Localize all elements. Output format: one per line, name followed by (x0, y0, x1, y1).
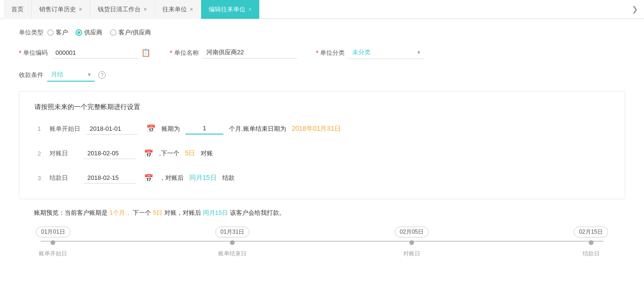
payment-terms-value: 月结 (51, 70, 84, 79)
radio-supplier-circle (76, 29, 82, 36)
payment-terms-help-icon[interactable]: ? (98, 71, 106, 79)
radio-customer-label: 客户 (56, 28, 68, 37)
tab-cashier-workbench[interactable]: 钱货日清工作台 × (90, 0, 155, 19)
row1-label: 账单开始日 (50, 125, 80, 133)
tab-home[interactable]: 首页 (4, 0, 32, 19)
timeline-node-2: 02月05日 对账日 (395, 227, 429, 258)
unit-category-group: * 单位分类 未分类 ▾ (316, 46, 424, 59)
unit-category-required: * (316, 49, 318, 57)
unit-code-required: * (19, 49, 21, 57)
tab-bar: 首页 销售订单历史 × 钱货日清工作台 × 往来单位 × 编辑往来单位 × ❯ (0, 0, 644, 19)
row3-desc-suffix: 结款 (222, 174, 235, 182)
row1-period-suffix: 个月,账单结束日期为 (229, 125, 286, 133)
node0-badge: 01月01日 (36, 227, 70, 237)
preview-section: 账期预览：当前客户账期是 1个月， 下一个 5日 对账，对账后 同月15日 该客… (19, 209, 625, 217)
tab-expand-button[interactable]: ❯ (629, 5, 640, 14)
node2-badge: 02月05日 (395, 227, 429, 237)
preview-prefix: 账期预览：当前客户账期是 (34, 209, 108, 216)
row2-date-input[interactable] (84, 148, 136, 159)
settings-section: 请按照未来的一个完整帐期进行设置 1 账单开始日 📅 账期为 个月,账单结束日期… (19, 91, 625, 199)
preview-highlight3: 同月15日 (203, 209, 228, 216)
unit-code-input[interactable] (51, 47, 138, 59)
timeline-nodes: 01月01日 账单开始日 01月31日 账单结束日 02月05日 对账日 02月… (36, 227, 608, 258)
timeline-node-1: 01月31日 账单结束日 (215, 227, 250, 258)
row2-calendar-icon[interactable]: 📅 (144, 149, 153, 158)
tab-cashier-workbench-close[interactable]: × (144, 6, 147, 13)
row-settlement: 3 结款日 📅 ，对账后 同月15日 结款 (34, 172, 610, 184)
unit-type-row: 单位类型 客户 供应商 客户/供应商 (19, 28, 625, 37)
unit-type-label: 单位类型 (19, 28, 43, 37)
row2-num: 2 (34, 150, 44, 157)
tab-trading-unit-label: 往来单位 (162, 5, 187, 14)
row1-calendar-icon[interactable]: 📅 (146, 124, 156, 133)
unit-name-input[interactable] (203, 47, 297, 59)
radio-supplier-label: 供应商 (84, 28, 102, 37)
tab-sales-history-close[interactable]: × (79, 6, 82, 13)
unit-name-required: * (169, 49, 172, 57)
unit-code-group: * 单位编码 📋 (19, 47, 151, 59)
row3-date-input[interactable] (84, 172, 136, 184)
payment-terms-label: 收款条件 (19, 71, 43, 79)
unit-type-radio-group: 客户 供应商 客户/供应商 (47, 28, 151, 37)
node2-label: 对账日 (403, 250, 420, 258)
tab-home-label: 首页 (11, 5, 24, 14)
row1-period-prefix: 账期为 (161, 125, 180, 133)
tab-edit-trading-unit-close[interactable]: × (248, 6, 252, 13)
unit-category-chevron: ▾ (417, 49, 420, 56)
radio-both[interactable]: 客户/供应商 (110, 28, 151, 37)
node0-label: 账单开始日 (39, 250, 67, 258)
radio-supplier[interactable]: 供应商 (76, 28, 102, 37)
unit-category-value: 未分类 (352, 48, 414, 57)
radio-customer-circle (47, 29, 54, 36)
node1-badge: 01月31日 (215, 227, 250, 237)
tab-sales-history-label: 销售订单历史 (39, 5, 76, 14)
row1-date-input[interactable] (86, 123, 138, 135)
radio-customer[interactable]: 客户 (47, 28, 68, 37)
preview-highlight2: 5日 (153, 209, 162, 216)
row3-desc-highlight: 同月15日 (189, 174, 217, 182)
node3-badge: 02月15日 (574, 227, 608, 237)
row3-calendar-icon[interactable]: 📅 (144, 174, 153, 183)
preview-suffix: 该客户会给我打款。 (230, 209, 285, 216)
timeline: 01月01日 账单开始日 01月31日 账单结束日 02月05日 对账日 02月… (19, 227, 625, 258)
tab-trading-unit[interactable]: 往来单位 × (155, 0, 201, 19)
radio-both-circle (110, 29, 117, 36)
row1-period-input[interactable] (186, 123, 223, 135)
unit-name-group: * 单位名称 (169, 47, 297, 59)
node1-dot (230, 240, 235, 245)
payment-terms-row: 收款条件 月结 ▾ ? (19, 68, 625, 82)
payment-terms-chevron: ▾ (88, 71, 91, 78)
payment-terms-select[interactable]: 月结 ▾ (47, 68, 94, 82)
row1-num: 1 (34, 125, 44, 132)
timeline-node-0: 01月01日 账单开始日 (36, 227, 70, 258)
row2-desc-suffix: 对账 (201, 149, 213, 158)
row3-label: 结款日 (50, 174, 78, 182)
unit-name-label: 单位名称 (174, 49, 199, 57)
tab-trading-unit-close[interactable]: × (190, 6, 193, 13)
radio-both-label: 客户/供应商 (119, 28, 151, 37)
main-content: 单位类型 客户 供应商 客户/供应商 * 单位编码 📋 (0, 19, 644, 287)
unit-code-label: 单位编码 (23, 49, 48, 57)
row3-desc-prefix: ，对账后 (159, 174, 184, 182)
row2-desc-highlight: 5日 (185, 149, 195, 158)
timeline-node-3: 02月15日 结款日 (574, 227, 608, 258)
node1-label: 账单结束日 (218, 250, 246, 258)
node3-label: 结款日 (583, 250, 600, 258)
preview-middle2: 对账，对账后 (164, 209, 201, 216)
unit-code-calendar-icon[interactable]: 📋 (141, 48, 151, 57)
row1-end-date: 2018年01月31日 (292, 125, 341, 133)
tab-edit-trading-unit[interactable]: 编辑往来单位 × (201, 0, 260, 19)
expand-icon: ❯ (632, 5, 638, 14)
preview-highlight1: 1个月， (110, 209, 131, 216)
section-title: 请按照未来的一个完整帐期进行设置 (34, 103, 610, 111)
row2-label: 对账日 (50, 149, 78, 158)
node2-dot (409, 240, 414, 245)
preview-middle1: 下一个 (133, 209, 151, 216)
tab-cashier-workbench-label: 钱货日清工作台 (98, 5, 141, 14)
node0-dot (51, 240, 55, 245)
unit-category-select[interactable]: 未分类 ▾ (348, 46, 424, 59)
tab-sales-history[interactable]: 销售订单历史 × (32, 0, 90, 19)
radio-supplier-dot (77, 31, 80, 34)
unit-details-row: * 单位编码 📋 * 单位名称 * 单位分类 未分类 ▾ (19, 46, 625, 59)
unit-category-label: 单位分类 (320, 49, 345, 57)
